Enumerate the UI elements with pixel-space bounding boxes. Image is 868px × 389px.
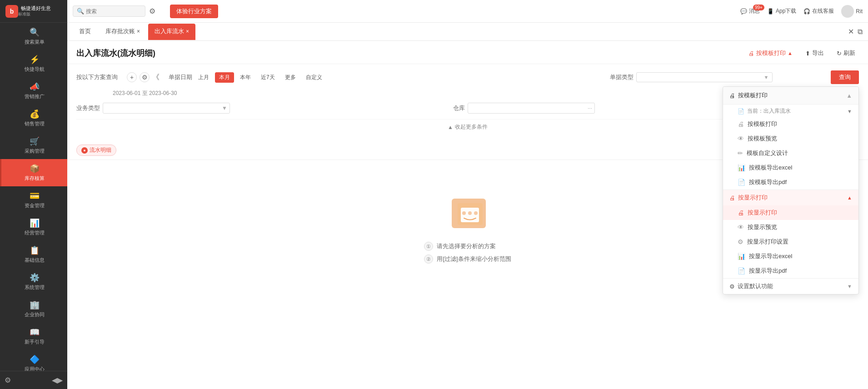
template-export-pdf-item[interactable]: 📄 按模板导出pdf <box>723 175 858 190</box>
expand-icon: ▲ <box>846 92 852 99</box>
tab-in-out-flow-close[interactable]: × <box>186 28 189 35</box>
quick-nav-icon: ⚡ <box>30 55 40 65</box>
current-template-icon: 📄 <box>738 108 744 115</box>
sidebar-item-operation[interactable]: 📊 经营管理 <box>0 214 67 241</box>
filter-add-btn[interactable]: + <box>127 72 137 82</box>
refresh-btn[interactable]: ↻ 刷新 <box>833 47 859 59</box>
business-type-filter: 业务类型 ▼ <box>76 103 256 114</box>
date-opt-more[interactable]: 更多 <box>281 72 300 83</box>
current-template-label: 📄 当前：出入库流水 ▼ <box>723 105 858 117</box>
template-custom-design-item[interactable]: ✏ 模板自定义设计 <box>723 146 858 160</box>
empty-step-1: ① 请先选择要分析的方案 <box>424 242 511 251</box>
content-tabs: 首页 库存批次账 × 出入库流水 × ✕ ⧉ <box>67 23 868 41</box>
export-btn[interactable]: ⬆ 导出 <box>802 47 828 59</box>
logo-text: 畅捷通好生意 标准版 <box>18 5 51 17</box>
tab-home[interactable]: 首页 <box>73 24 97 40</box>
app-download-label: App下载 <box>776 7 796 15</box>
chevron-down-icon: ▼ <box>847 284 852 289</box>
date-opt-this-month[interactable]: 本月 <box>215 72 234 83</box>
online-service-icon: 🎧 <box>803 8 810 15</box>
date-opt-last-month[interactable]: 上月 <box>194 72 213 83</box>
chevron-down-icon: ▼ <box>763 75 768 80</box>
search-input[interactable] <box>86 8 141 15</box>
sidebar: b 畅捷通好生意 标准版 🔍 搜索菜单 ⚡ 快捷导航 📣 营销推广 💰 销售管理… <box>0 0 67 389</box>
template-preview-item[interactable]: 👁 按模板预览 <box>723 131 858 146</box>
sidebar-nav: 🔍 搜索菜单 ⚡ 快捷导航 📣 营销推广 💰 销售管理 🛒 采购管理 📦 库存核… <box>0 23 67 371</box>
dropdown-title: 🖨 按模板打印 <box>729 91 768 100</box>
messages-btn[interactable]: 💬 消息 99+ <box>740 7 760 15</box>
warehouse-label: 仓库 <box>453 104 465 112</box>
sidebar-item-newbie[interactable]: 📖 新手引导 <box>0 323 67 350</box>
date-opt-7days[interactable]: 近7天 <box>257 72 279 83</box>
sidebar-item-quick-nav[interactable]: ⚡ 快捷导航 <box>0 50 67 77</box>
sub-filter-chip[interactable]: ● 流水明细 <box>76 145 116 156</box>
filter-setting-btn[interactable]: ⚙ <box>140 72 150 82</box>
svg-point-4 <box>468 211 472 215</box>
topbar-right-actions: 💬 消息 99+ 📱 App下载 🎧 在线客服 Rit <box>740 5 863 18</box>
display-pdf-icon: 📄 <box>738 267 745 274</box>
tab-batch-account[interactable]: 库存批次账 × <box>99 24 146 40</box>
svg-point-5 <box>474 211 478 215</box>
sidebar-item-search[interactable]: 🔍 搜索菜单 <box>0 23 67 50</box>
chevron-up-icon: ▲ <box>847 195 852 200</box>
filter-collapse-btn[interactable]: 《 <box>152 73 160 82</box>
user-avatar-btn[interactable]: Rit <box>841 5 863 18</box>
sidebar-item-basic-info[interactable]: 📋 基础信息 <box>0 241 67 268</box>
print-dropdown: 🖨 按模板打印 ▲ 📄 当前：出入库流水 ▼ 🖨 按模板打印 👁 按模 <box>723 86 859 294</box>
topbar-gear-icon[interactable]: ⚙ <box>149 7 155 15</box>
restore-window-btn[interactable]: ⧉ <box>858 27 863 36</box>
enterprise-icon: 🏢 <box>30 300 40 310</box>
display-export-pdf-item[interactable]: 📄 按显示导出pdf <box>723 264 858 279</box>
tab-batch-account-close[interactable]: × <box>137 28 140 35</box>
template-export-excel-item[interactable]: 📊 按模板导出excel <box>723 160 858 175</box>
svg-point-3 <box>462 211 466 215</box>
warehouse-input[interactable] <box>468 103 595 114</box>
print-template-btn[interactable]: 🖨 按模板打印 ▲ <box>745 47 796 59</box>
main-area: 🔍 ⚙ 体验行业方案 💬 消息 99+ 📱 App下载 🎧 在线客服 Rit <box>67 0 868 389</box>
empty-steps: ① 请先选择要分析的方案 ② 用[过滤]条件来缩小分析范围 <box>424 242 511 264</box>
template-print-item[interactable]: 🖨 按模板打印 <box>723 117 858 131</box>
collapse-sidebar-icon[interactable]: ◀▶ <box>52 376 63 384</box>
search-icon: 🔍 <box>30 27 40 37</box>
app-download-btn[interactable]: 📱 App下载 <box>767 7 796 15</box>
template-excel-icon: 📊 <box>738 164 745 171</box>
date-opt-custom[interactable]: 自定义 <box>302 72 326 83</box>
business-type-input[interactable] <box>103 103 230 114</box>
app-logo: b 畅捷通好生意 标准版 <box>0 0 67 23</box>
search-icon: 🔍 <box>77 8 84 15</box>
query-btn[interactable]: 查询 <box>831 70 859 84</box>
settings-bottom-icon[interactable]: ⚙ <box>5 376 11 384</box>
chevron-down-icon: ▼ <box>847 109 852 114</box>
chip-icon: ● <box>81 147 88 154</box>
sidebar-item-app-center[interactable]: 🔷 应用中心 <box>0 350 67 371</box>
display-export-excel-item[interactable]: 📊 按显示导出excel <box>723 249 858 264</box>
chevron-down-small-icon: ▼ <box>222 105 227 111</box>
display-print-item[interactable]: 🖨 按显示打印 <box>723 205 858 220</box>
gear-icon: ⚙ <box>142 74 148 81</box>
sidebar-item-enterprise[interactable]: 🏢 企业协同 <box>0 295 67 323</box>
user-avatar <box>841 5 854 18</box>
sidebar-item-marketing[interactable]: 📣 营销推广 <box>0 77 67 105</box>
display-settings-icon: ⚙ <box>738 238 743 245</box>
topbar-search-box[interactable]: 🔍 <box>73 5 145 17</box>
bill-type-select[interactable]: ▼ <box>636 72 773 82</box>
set-default-section[interactable]: ⚙ 设置默认功能 ▼ <box>723 279 858 294</box>
sidebar-item-inventory[interactable]: 📦 库存核算 <box>0 159 67 186</box>
display-preview-item[interactable]: 👁 按显示预览 <box>723 220 858 234</box>
sidebar-item-finance[interactable]: 💳 资金管理 <box>0 186 67 214</box>
tab-in-out-flow[interactable]: 出入库流水 × <box>148 24 195 40</box>
display-print-settings-item[interactable]: ⚙ 按显示打印设置 <box>723 234 858 249</box>
sidebar-footer: ⚙ ◀▶ <box>0 371 67 389</box>
app-center-icon: 🔷 <box>30 354 40 364</box>
warehouse-input-wrap: ··· <box>468 103 595 114</box>
chevron-up-icon: ▲ <box>448 124 453 130</box>
trial-btn[interactable]: 体验行业方案 <box>170 5 218 18</box>
date-opt-this-year[interactable]: 本年 <box>236 72 255 83</box>
sidebar-item-sales[interactable]: 💰 销售管理 <box>0 105 67 132</box>
printer-header-icon: 🖨 <box>729 92 735 99</box>
sidebar-item-sys-mgmt[interactable]: ⚙️ 系统管理 <box>0 268 67 295</box>
close-window-btn[interactable]: ✕ <box>848 27 854 36</box>
display-print-section-header[interactable]: 🖨 按显示打印 ▲ <box>723 190 858 205</box>
sidebar-item-purchase[interactable]: 🛒 采购管理 <box>0 132 67 159</box>
online-service-btn[interactable]: 🎧 在线客服 <box>803 7 834 15</box>
